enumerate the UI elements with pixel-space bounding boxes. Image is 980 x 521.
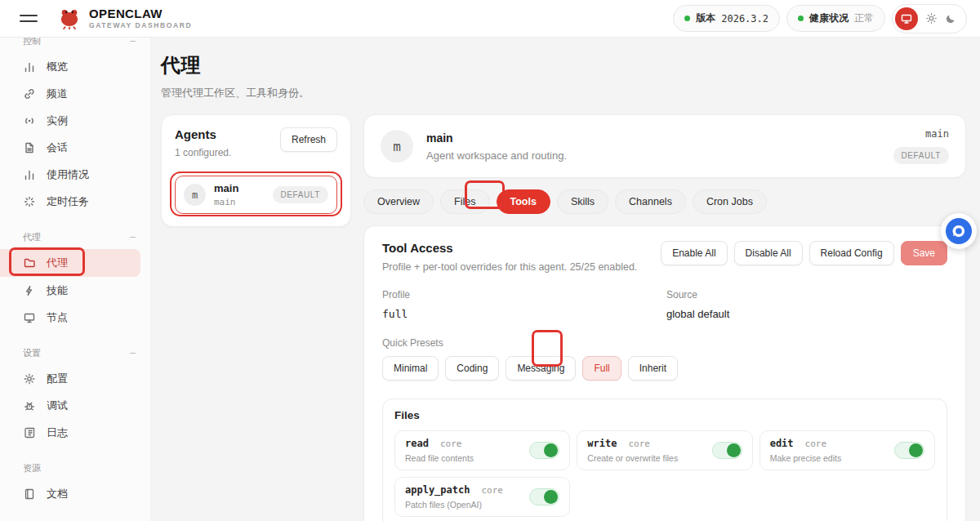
sidebar-item-config[interactable]: 配置 xyxy=(0,365,150,392)
monitor-icon xyxy=(901,13,912,24)
sidebar-item-debug[interactable]: 调试 xyxy=(0,392,150,419)
loader-icon xyxy=(23,195,36,208)
topbar: OPENCLAW GATEWAY DASHBOARD 版本 2026.3.2 健… xyxy=(0,0,980,38)
collapse-icon[interactable]: – xyxy=(130,231,136,243)
refresh-button[interactable]: Refresh xyxy=(280,127,337,152)
sidebar-item-label: 调试 xyxy=(47,399,68,413)
moon-icon[interactable] xyxy=(945,13,956,24)
monitor-icon xyxy=(23,311,36,324)
agent-id: main xyxy=(214,197,238,207)
tool-scope: core xyxy=(440,439,462,449)
sidebar-item-label: 技能 xyxy=(47,283,68,298)
sidebar-item-skills[interactable]: 技能 xyxy=(0,277,150,304)
page-title: 代理 xyxy=(161,52,966,78)
collapse-icon[interactable]: – xyxy=(130,347,136,358)
menu-icon[interactable] xyxy=(20,12,38,25)
version-label: 版本 xyxy=(696,11,715,25)
tab-overview[interactable]: Overview xyxy=(363,189,434,214)
tool-apply-patch: apply_patchcore Patch files (OpenAI) xyxy=(394,477,570,517)
quick-presets-label: Quick Presets xyxy=(382,337,947,349)
default-badge: DEFAULT xyxy=(893,147,949,164)
preset-messaging-button[interactable]: Messaging xyxy=(506,356,576,381)
avatar: m xyxy=(184,184,206,206)
quick-presets: Minimal Coding Messaging Full Inherit xyxy=(382,356,947,381)
sidebar-item-label: 会话 xyxy=(47,140,68,155)
agents-panel: Agents 1 configured. Refresh m main main… xyxy=(161,114,351,227)
brand: OPENCLAW GATEWAY DASHBOARD xyxy=(89,7,192,29)
agent-header-description: Agent workspace and routing. xyxy=(426,149,567,162)
health-value: 正常 xyxy=(854,11,874,25)
tool-scope: core xyxy=(628,439,650,449)
tab-tools[interactable]: Tools xyxy=(497,189,550,214)
sidebar-item-label: 日志 xyxy=(47,425,68,440)
version-badge: 版本 2026.3.2 xyxy=(673,5,780,32)
preset-full-button[interactable]: Full xyxy=(582,356,621,381)
tab-files[interactable]: Files xyxy=(440,189,489,214)
tool-access-card: Tool Access Profile + per-tool overrides… xyxy=(363,225,966,521)
sidebar-item-nodes[interactable]: 节点 xyxy=(0,304,150,331)
preset-minimal-button[interactable]: Minimal xyxy=(382,356,439,381)
bolt-icon xyxy=(23,284,36,297)
tool-scope: core xyxy=(805,439,827,449)
preset-inherit-button[interactable]: Inherit xyxy=(628,356,678,381)
tool-edit-toggle[interactable] xyxy=(894,442,924,459)
file-icon xyxy=(23,141,36,154)
sun-icon[interactable] xyxy=(925,12,938,24)
tool-read: readcore Read file contents xyxy=(394,430,570,470)
app-root: OPENCLAW GATEWAY DASHBOARD 版本 2026.3.2 健… xyxy=(0,0,980,521)
sidebar-item-overview[interactable]: 概览 xyxy=(0,53,150,80)
agent-header-id: main xyxy=(893,128,949,140)
sidebar-item-agents[interactable]: 代理 xyxy=(0,249,140,277)
tab-channels[interactable]: Channels xyxy=(615,189,686,214)
floating-assistant-button[interactable] xyxy=(941,213,977,249)
tool-access-subtitle: Profile + per-tool overrides for this ag… xyxy=(382,261,637,273)
source-label: Source xyxy=(666,289,947,301)
tool-scope: core xyxy=(481,485,503,496)
sidebar-item-sessions[interactable]: 会话 xyxy=(0,134,150,161)
version-value: 2026.3.2 xyxy=(721,13,768,24)
health-label: 健康状况 xyxy=(809,11,849,25)
main-content: 代理 管理代理工作区、工具和身份。 Agents 1 configured. R… xyxy=(151,38,980,521)
tool-description: Create or overwrite files xyxy=(587,453,678,463)
tool-name: edit xyxy=(770,438,794,449)
agent-header-name: main xyxy=(426,131,567,145)
disable-all-button[interactable]: Disable All xyxy=(734,241,803,265)
tab-cron-jobs[interactable]: Cron Jobs xyxy=(693,189,767,214)
agents-panel-title: Agents xyxy=(175,127,231,141)
sidebar: 控制– 概览 频道 实例 会话 使用情况 xyxy=(0,38,151,521)
sidebar-item-instances[interactable]: 实例 xyxy=(0,107,150,134)
tab-skills[interactable]: Skills xyxy=(557,189,608,214)
files-tool-group: Files readcore Read file contents xyxy=(382,399,947,521)
avatar: m xyxy=(381,130,413,163)
collapse-icon[interactable]: – xyxy=(130,38,136,47)
tool-edit: editcore Make precise edits xyxy=(760,430,935,470)
sidebar-item-label: 节点 xyxy=(47,310,68,325)
tool-apply-patch-toggle[interactable] xyxy=(529,488,559,505)
tool-description: Make precise edits xyxy=(770,453,842,463)
tool-description: Read file contents xyxy=(405,453,474,463)
sidebar-item-usage[interactable]: 使用情况 xyxy=(0,161,150,188)
enable-all-button[interactable]: Enable All xyxy=(661,241,727,265)
agent-detail: m main Agent workspace and routing. main… xyxy=(363,114,966,521)
sidebar-section-resources: 资源 xyxy=(0,460,150,476)
tool-read-toggle[interactable] xyxy=(529,442,559,459)
tool-write-toggle[interactable] xyxy=(712,442,742,459)
sidebar-item-cron[interactable]: 定时任务 xyxy=(0,188,150,215)
openclaw-logo-icon xyxy=(57,8,82,29)
book-icon xyxy=(23,488,36,501)
bar-chart-icon xyxy=(23,60,36,73)
sidebar-item-docs[interactable]: 文档 xyxy=(0,480,150,507)
agent-list-item-main[interactable]: m main main DEFAULT xyxy=(175,176,337,214)
sidebar-item-channels[interactable]: 频道 xyxy=(0,80,150,107)
sidebar-item-logs[interactable]: 日志 xyxy=(0,419,150,446)
save-button[interactable]: Save xyxy=(901,241,947,265)
theme-system-button[interactable] xyxy=(895,7,918,30)
sidebar-section-agents: 代理– xyxy=(0,229,150,245)
brand-name: OPENCLAW xyxy=(89,7,192,20)
agent-name: main xyxy=(214,182,238,194)
preset-coding-button[interactable]: Coding xyxy=(445,356,499,381)
folder-icon xyxy=(23,256,36,269)
tool-name: write xyxy=(587,438,617,449)
sidebar-item-label: 文档 xyxy=(47,487,68,501)
reload-config-button[interactable]: Reload Config xyxy=(809,241,894,265)
